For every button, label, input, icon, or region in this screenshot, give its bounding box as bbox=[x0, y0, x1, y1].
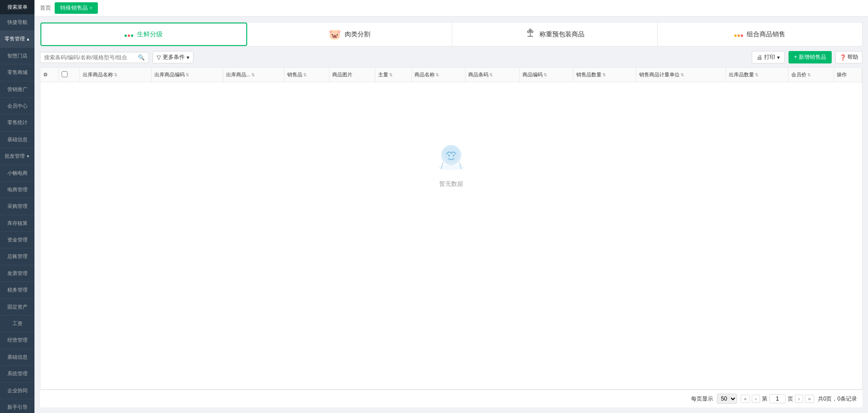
tab-combo[interactable]: 组合商品销售 bbox=[658, 23, 862, 46]
sidebar-item-small-shop[interactable]: 小畅电商 bbox=[0, 165, 34, 182]
sidebar-item-member[interactable]: 会员中心 bbox=[0, 98, 34, 115]
sort-icon[interactable]: ⇅ bbox=[602, 73, 606, 77]
tab-meat-cut[interactable]: 🐷 肉类分割 bbox=[247, 23, 453, 46]
sidebar-item-sys-mgmt[interactable]: 系统管理 bbox=[0, 366, 34, 382]
tab-label: 特殊销售品 bbox=[60, 4, 88, 12]
col-goods-code: 商品编码⇅ bbox=[519, 68, 573, 82]
next-page-button[interactable]: › bbox=[795, 395, 803, 403]
page-input[interactable] bbox=[769, 394, 786, 403]
tab-fresh-grade[interactable]: 生鲜分级 bbox=[40, 23, 247, 46]
help-button[interactable]: ❓ 帮助 bbox=[835, 51, 862, 63]
scale-pack-label: 称重预包装商品 bbox=[539, 30, 584, 39]
search-input[interactable] bbox=[44, 54, 136, 61]
col-out-name: 出库商品名称⇅ bbox=[79, 68, 151, 82]
toolbar-right: 🖨 打印 ▾ + 新增销售品 ❓ 帮助 bbox=[752, 51, 862, 63]
filter-button[interactable]: ▽ 更多条件 ▾ bbox=[153, 51, 193, 63]
filter-arrow-icon: ▾ bbox=[187, 54, 189, 61]
sidebar-item-purchase-mgmt[interactable]: 采购管理 bbox=[0, 198, 34, 215]
sort-icon[interactable]: ⇅ bbox=[251, 73, 255, 77]
select-all-checkbox[interactable] bbox=[62, 71, 68, 77]
sidebar-item-retail-mgmt[interactable]: 零售管理 ▲ bbox=[0, 31, 34, 47]
sort-icon[interactable]: ⇅ bbox=[755, 73, 759, 77]
sidebar-item-basic-info2[interactable]: 基础信息 bbox=[0, 349, 34, 366]
pagination: 每页显示 50 « ‹ 第 页 › » 共0页，0条记录 bbox=[40, 390, 862, 407]
col-img: 商品图片 bbox=[329, 68, 375, 82]
sort-icon[interactable]: ⇅ bbox=[389, 73, 393, 77]
sort-icon[interactable]: ⇅ bbox=[436, 73, 439, 77]
prev-page-button[interactable]: ‹ bbox=[752, 395, 760, 403]
sort-icon[interactable]: ⇅ bbox=[807, 73, 811, 77]
sidebar-item-marketing[interactable]: 营销推广 bbox=[0, 81, 34, 98]
chevron-down-icon: ▼ bbox=[26, 154, 30, 160]
search-icon: 🔍 bbox=[138, 54, 145, 61]
col-checkbox[interactable] bbox=[58, 68, 79, 82]
col-action: 操作 bbox=[834, 68, 862, 82]
topbar: 首页 特殊销售品 × bbox=[34, 0, 868, 17]
sort-icon[interactable]: ⇅ bbox=[186, 73, 189, 77]
new-sale-label: + 新增销售品 bbox=[794, 53, 826, 61]
last-page-button[interactable]: » bbox=[805, 395, 814, 403]
sort-icon[interactable]: ⇅ bbox=[489, 73, 493, 77]
sidebar-item-retail-mall[interactable]: 零售商城 bbox=[0, 64, 34, 81]
total-info: 共0页，0条记录 bbox=[818, 395, 857, 403]
category-tabs: 生鲜分级 🐷 肉类分割 称重预包装商品 bbox=[40, 22, 862, 46]
svg-point-2 bbox=[529, 29, 531, 31]
active-tab[interactable]: 特殊销售品 × bbox=[55, 2, 98, 14]
sidebar-item-new-guide[interactable]: 新手引导 bbox=[0, 399, 34, 413]
help-label: 帮助 bbox=[847, 53, 858, 61]
col-sale-item: 销售品⇅ bbox=[284, 68, 329, 82]
first-page-button[interactable]: « bbox=[741, 395, 750, 403]
sidebar-item-ledger[interactable]: 总账管理 bbox=[0, 248, 34, 265]
pig-icon: 🐷 bbox=[329, 29, 341, 40]
sidebar-item-finance[interactable]: 资金管理 bbox=[0, 232, 34, 248]
print-label: 打印 bbox=[764, 53, 775, 61]
col-member-price: 会员价⇅ bbox=[789, 68, 834, 82]
sidebar-item-wholesale-mgmt[interactable]: 批发管理 ▼ bbox=[0, 148, 34, 165]
fresh-grade-icon bbox=[125, 31, 133, 38]
col-main-weight: 主量⇅ bbox=[375, 68, 412, 82]
filter-label: 更多条件 bbox=[163, 53, 185, 61]
fresh-grade-label: 生鲜分级 bbox=[137, 30, 163, 39]
per-page-select[interactable]: 50 bbox=[717, 394, 737, 404]
col-settings[interactable]: ⚙ bbox=[40, 68, 58, 82]
col-sale-unit: 销售商品计量单位⇅ bbox=[636, 68, 726, 82]
tab-scale-pack[interactable]: 称重预包装商品 bbox=[452, 23, 658, 46]
empty-text: 暂无数据 bbox=[439, 180, 463, 188]
svg-point-9 bbox=[453, 155, 454, 156]
svg-point-8 bbox=[448, 155, 450, 156]
print-button[interactable]: 🖨 打印 ▾ bbox=[752, 51, 785, 63]
sort-icon[interactable]: ⇅ bbox=[681, 73, 684, 77]
col-out-spec: 出库商品...⇅ bbox=[223, 68, 284, 82]
search-box[interactable]: 🔍 bbox=[40, 52, 149, 63]
scale-icon bbox=[525, 28, 536, 40]
home-link[interactable]: 首页 bbox=[40, 4, 51, 12]
sidebar-item-ops-mgmt[interactable]: 经营管理 bbox=[0, 332, 34, 349]
sort-icon[interactable]: ⇅ bbox=[303, 73, 307, 77]
help-icon: ❓ bbox=[840, 54, 846, 61]
sidebar-logo[interactable]: 搜索菜单 bbox=[0, 0, 34, 14]
col-sale-qty: 销售品数量⇅ bbox=[573, 68, 636, 82]
print-icon: 🖨 bbox=[757, 54, 762, 61]
sidebar-item-invoice[interactable]: 发票管理 bbox=[0, 265, 34, 282]
toolbar-left: 🔍 ▽ 更多条件 ▾ bbox=[40, 51, 193, 63]
combo-icon bbox=[734, 31, 743, 38]
sidebar-item-enterprise[interactable]: 企业协同 bbox=[0, 383, 34, 399]
empty-illustration bbox=[433, 138, 470, 174]
sidebar-item-payroll[interactable]: 工资 bbox=[0, 315, 34, 332]
sidebar-item-ecomm-mgmt[interactable]: 电商管理 bbox=[0, 182, 34, 198]
sidebar: 搜索菜单 快捷导航 零售管理 ▲ 智慧门店 零售商城 营销推广 会员中心 零售统… bbox=[0, 0, 34, 413]
chevron-down-icon: ▲ bbox=[26, 36, 30, 42]
sidebar-item-tax[interactable]: 税务管理 bbox=[0, 282, 34, 298]
sidebar-item-smart-store[interactable]: 智慧门店 bbox=[0, 48, 34, 64]
sidebar-item-basic-info[interactable]: 基础信息 bbox=[0, 132, 34, 148]
page-label: 第 bbox=[762, 395, 767, 403]
col-goods-name: 商品名称⇅ bbox=[412, 68, 465, 82]
sidebar-item-inventory[interactable]: 库存核算 bbox=[0, 215, 34, 232]
new-sale-button[interactable]: + 新增销售品 bbox=[789, 51, 832, 63]
tab-close-icon[interactable]: × bbox=[90, 6, 92, 11]
sort-icon[interactable]: ⇅ bbox=[114, 73, 118, 77]
sort-icon[interactable]: ⇅ bbox=[544, 73, 547, 77]
sidebar-item-retail-stats[interactable]: 零售统计 bbox=[0, 115, 34, 131]
sidebar-item-fixed-assets[interactable]: 固定资产 bbox=[0, 299, 34, 315]
sidebar-item-quick-nav[interactable]: 快捷导航 bbox=[0, 14, 34, 31]
